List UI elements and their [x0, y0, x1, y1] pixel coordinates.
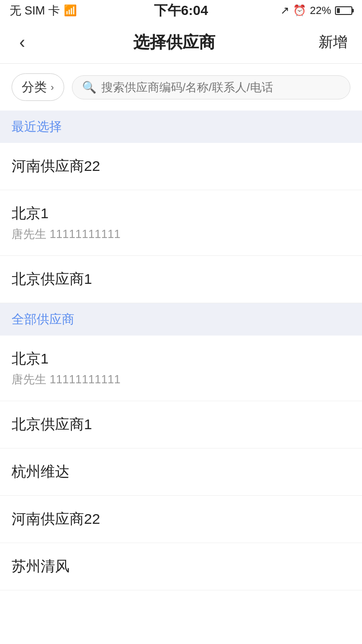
item-name: 北京供应商1 [12, 269, 350, 289]
item-name: 河南供应商22 [12, 156, 350, 176]
item-name: 北京1 [12, 204, 350, 224]
item-detail: 唐先生 11111111111 [12, 372, 350, 387]
all-items-list: 北京1唐先生 11111111111北京供应商1杭州维达河南供应商22苏州清风 [0, 336, 362, 590]
sim-text: 无 SIM 卡 [10, 3, 60, 18]
search-input[interactable] [101, 81, 340, 94]
status-right: ↗ ⏰ 22% [280, 4, 352, 17]
page-title: 选择供应商 [133, 31, 215, 54]
search-box[interactable]: 🔍 [72, 75, 350, 99]
list-item[interactable]: 北京1唐先生 11111111111 [0, 336, 362, 401]
list-item[interactable]: 河南供应商22 [0, 496, 362, 543]
item-detail: 唐先生 11111111111 [12, 226, 350, 242]
list-item[interactable]: 苏州清风 [0, 543, 362, 590]
battery-indicator [335, 6, 352, 15]
back-button[interactable]: ‹ [14, 28, 30, 57]
add-button[interactable]: 新增 [319, 32, 348, 52]
item-name: 苏州清风 [12, 557, 350, 576]
status-left: 无 SIM 卡 📶 [10, 3, 77, 18]
status-bar: 无 SIM 卡 📶 下午6:04 ↗ ⏰ 22% [0, 0, 362, 21]
item-name: 北京1 [12, 349, 350, 369]
item-name: 河南供应商22 [12, 509, 350, 529]
battery-percent: 22% [310, 4, 331, 17]
nav-bar: ‹ 选择供应商 新增 [0, 21, 362, 64]
list-item[interactable]: 杭州维达 [0, 448, 362, 496]
category-button[interactable]: 分类 › [12, 73, 64, 101]
list-item[interactable]: 北京供应商1 [0, 401, 362, 448]
alarm-icon: ⏰ [293, 4, 306, 17]
list-item[interactable]: 北京供应商1 [0, 256, 362, 303]
wifi-icon: 📶 [64, 4, 77, 17]
search-icon: 🔍 [82, 81, 97, 94]
all-section-header: 全部供应商 [0, 303, 362, 336]
item-name: 北京供应商1 [12, 415, 350, 434]
category-label: 分类 [22, 79, 47, 96]
recent-items-list: 河南供应商22北京1唐先生 11111111111北京供应商1 [0, 143, 362, 303]
list-item[interactable]: 河南供应商22 [0, 143, 362, 190]
location-icon: ↗ [280, 4, 289, 17]
status-time: 下午6:04 [154, 1, 208, 20]
item-name: 杭州维达 [12, 462, 350, 482]
chevron-right-icon: › [51, 82, 54, 93]
recent-section-header: 最近选择 [0, 111, 362, 143]
list-item[interactable]: 北京1唐先生 11111111111 [0, 190, 362, 256]
filter-bar: 分类 › 🔍 [0, 64, 362, 111]
